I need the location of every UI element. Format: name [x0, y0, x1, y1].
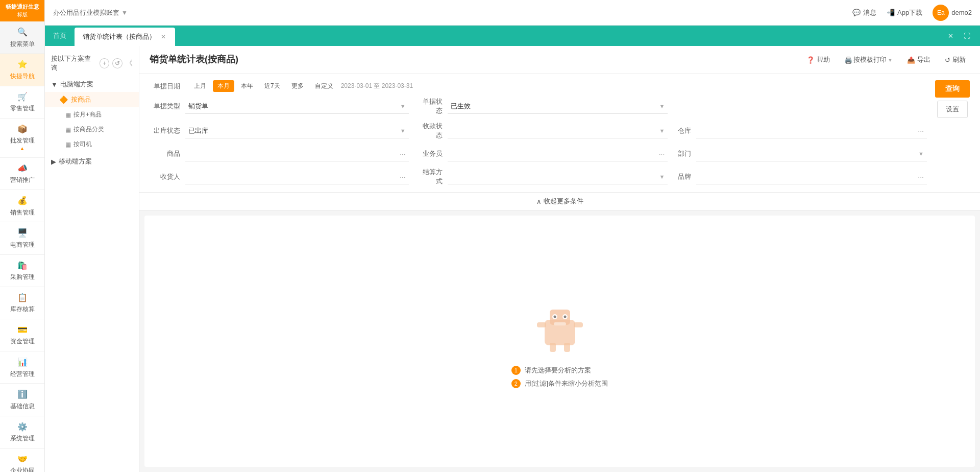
sidebar-item-marketing[interactable]: 📣 营销推广 [0, 158, 44, 190]
sidebar-item-finance[interactable]: 💳 资金管理 [0, 319, 44, 351]
sidebar-item-wholesale[interactable]: 📦 批发管理 ▲ [0, 119, 44, 158]
receiver-control[interactable]: ··· [185, 169, 409, 184]
doctype-control[interactable]: 销货单 ▼ [185, 99, 409, 114]
user-area[interactable]: Ea demo2 [933, 5, 972, 21]
brand-dots: ··· [918, 173, 924, 181]
ecommerce-icon: 🖥️ [17, 227, 28, 239]
tab-sales-report[interactable]: 销货单统计表（按商品） ✕ [75, 28, 175, 46]
tree-item-by-product[interactable]: 🔶 按商品 [45, 92, 139, 107]
topbar-dropdown-icon[interactable]: ▼ [121, 9, 128, 16]
collapse-more-btn[interactable]: ∧ 收起更多条件 [139, 193, 980, 210]
tab-close-btn[interactable]: ✕ [160, 33, 167, 40]
sidebar-item-search[interactable]: 🔍 搜索菜单 [0, 21, 44, 54]
query-btn-group: 查询 设置 [935, 80, 970, 118]
tip-num-2: 2 [511, 379, 521, 388]
refresh-btn[interactable]: ↺ 刷新 [941, 53, 970, 66]
tab-home[interactable]: 首页 [45, 26, 75, 46]
brand-label: 品牌 [676, 172, 696, 181]
tree-group-mobile-header[interactable]: ▶ 移动端方案 [45, 154, 139, 169]
svg-rect-6 [554, 322, 566, 325]
date-btn-custom[interactable]: 自定义 [310, 80, 338, 92]
doctype-value: 销货单 [188, 102, 398, 111]
date-btn-this-month[interactable]: 本月 [213, 80, 234, 92]
outstatus-dropdown-icon: ▼ [400, 128, 406, 134]
filter-cell-receiver: 收货人 ··· [150, 168, 409, 186]
page-actions: ❓ 帮助 🖨️ 按模板打印 ▼ 📤 导出 ↺ 刷新 [802, 53, 970, 74]
app-download-btn[interactable]: 📲 App下载 [887, 8, 922, 17]
sidebar-item-purchase[interactable]: 🛍️ 采购管理 [0, 255, 44, 287]
sidebar-item-enterprise[interactable]: 🤝 企业协同 [0, 449, 44, 472]
sidebar-logo: 畅捷通好生意 标版 [0, 0, 44, 21]
docstatus-control[interactable]: 已生效 ▼ [448, 99, 668, 114]
receiver-label: 收货人 [150, 172, 185, 181]
refresh-scheme-btn[interactable]: ↺ [112, 58, 122, 68]
tree-group-mobile: ▶ 移动端方案 [45, 153, 139, 170]
sidebar-label-operations: 经营管理 [10, 370, 35, 379]
topbar: 办公用品行业模拟账套 ▼ 💬 消息 📲 App下载 Ea demo2 [45, 0, 980, 26]
logo-sub: 标版 [17, 11, 28, 18]
download-icon: 📲 [887, 9, 895, 16]
salesperson-control[interactable]: ··· [448, 146, 668, 161]
settlement-control[interactable]: ▼ [448, 169, 668, 184]
export-icon: 📤 [907, 56, 915, 64]
template-print-btn[interactable]: 🖨️ 按模板打印 ▼ [840, 53, 897, 66]
sidebar-label-quick-nav: 快捷导航 [10, 72, 35, 81]
help-btn[interactable]: ❓ 帮助 [802, 53, 834, 66]
logo-text: 畅捷通好生意 [6, 3, 39, 10]
tree-expand-icon-mobile: ▶ [51, 158, 56, 166]
finance-icon: 💳 [17, 324, 28, 336]
collapse-panel-btn[interactable]: 《 [126, 59, 133, 68]
filter-cell-warehouse: 仓库 ··· [676, 122, 927, 140]
sidebar-item-retail[interactable]: 🛒 零售管理 [0, 86, 44, 119]
sidebar-label-retail: 零售管理 [10, 104, 35, 113]
sidebar-label-finance: 资金管理 [10, 337, 35, 346]
add-scheme-btn[interactable]: + [100, 58, 110, 68]
tip-text-2: 用[过滤]条件来缩小分析范围 [525, 379, 608, 388]
outstatus-control[interactable]: 已出库 ▼ [185, 123, 409, 138]
settings-button[interactable]: 设置 [937, 101, 968, 118]
message-btn[interactable]: 💬 消息 [852, 8, 876, 17]
brand-control[interactable]: ··· [696, 169, 927, 184]
filter-row-date: 单据日期 上月 本月 本年 近7天 更多 自定义 2023-03-01 至 20… [150, 80, 927, 92]
sidebar-item-sales[interactable]: 💰 销售管理 [0, 190, 44, 222]
content-area: 按以下方案查询 + ↺ 《 ▼ 电脑端方案 🔶 按商品 ▦ 按月+商品 [45, 46, 980, 472]
tree-sub-item-by-month-product[interactable]: ▦ 按月+商品 [45, 107, 139, 122]
tree-sub-item-by-category[interactable]: ▦ 按商品分类 [45, 122, 139, 137]
filter-cell-outstatus: 出库状态 已出库 ▼ [150, 122, 409, 140]
export-btn[interactable]: 📤 导出 [903, 53, 935, 66]
sidebar-label-purchase: 采购管理 [10, 273, 35, 281]
query-button[interactable]: 查询 [935, 80, 970, 98]
sidebar-item-basics[interactable]: ℹ️ 基础信息 [0, 384, 44, 416]
payment-label: 收款状态 [417, 122, 448, 140]
empty-tip-2: 2 用[过滤]条件来缩小分析范围 [511, 379, 608, 388]
message-label: 消息 [863, 8, 876, 17]
payment-control[interactable]: ▼ [448, 123, 668, 138]
sidebar-label-marketing: 营销推广 [10, 176, 35, 184]
date-btn-7days[interactable]: 近7天 [260, 80, 285, 92]
retail-icon: 🛒 [17, 91, 28, 103]
sidebar-label-wholesale: 批发管理 [10, 136, 35, 145]
date-btn-more[interactable]: 更多 [287, 80, 308, 92]
sidebar-item-system[interactable]: ⚙️ 系统管理 [0, 416, 44, 449]
sidebar-item-operations[interactable]: 📊 经营管理 [0, 351, 44, 384]
tree-sub-item-by-driver[interactable]: ▦ 按司机 [45, 137, 139, 152]
product-control[interactable]: ··· [185, 146, 409, 161]
topbar-right: 💬 消息 📲 App下载 Ea demo2 [852, 5, 972, 21]
tree-sub-item-driver-label: 按司机 [74, 140, 92, 149]
warehouse-control[interactable]: ··· [696, 123, 927, 138]
window-maximize-btn[interactable]: ⛶ [960, 29, 974, 43]
tip-num-1: 1 [511, 366, 521, 375]
date-btn-this-year[interactable]: 本年 [236, 80, 258, 92]
sidebar-item-quick-nav[interactable]: ⭐ 快捷导航 [0, 54, 44, 86]
empty-tip-1: 1 请先选择要分析的方案 [511, 366, 608, 375]
department-control[interactable]: ▼ [696, 146, 927, 161]
date-btn-last-month[interactable]: 上月 [189, 80, 211, 92]
sidebar-item-inventory[interactable]: 📋 库存核算 [0, 287, 44, 319]
sidebar-label-basics: 基础信息 [10, 402, 35, 411]
tree-expand-icon: ▼ [51, 81, 58, 88]
tabbar: 首页 销货单统计表（按商品） ✕ ✕ ⛶ [45, 26, 980, 46]
window-close-btn[interactable]: ✕ [943, 29, 958, 43]
tree-group-desktop-header[interactable]: ▼ 电脑端方案 [45, 77, 139, 92]
help-label: 帮助 [817, 55, 830, 64]
sidebar-item-ecommerce[interactable]: 🖥️ 电商管理 [0, 222, 44, 254]
